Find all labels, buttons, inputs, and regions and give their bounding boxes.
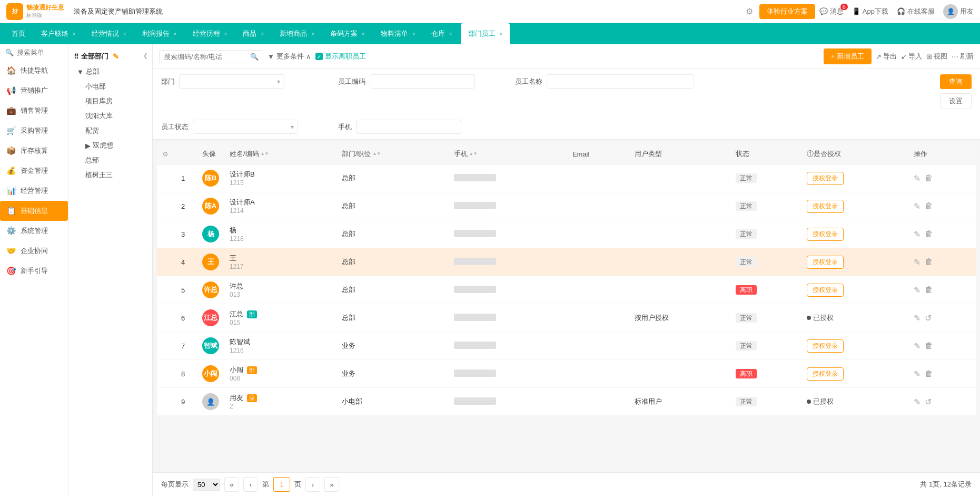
nav-item-material[interactable]: 物料清单 × (373, 23, 423, 44)
sidebar-item-collab[interactable]: 🤝 企业协同 (0, 241, 68, 261)
app-download-btn[interactable]: 📱 App下载 (852, 7, 888, 16)
dept-collapse-btn[interactable]: 《 (141, 52, 147, 61)
edit-btn-5[interactable]: ✎ (914, 285, 920, 295)
show-resigned-toggle[interactable]: ✓ 显示离职员工 (315, 52, 366, 61)
prev-page-btn[interactable]: ‹ (243, 477, 258, 492)
current-page-input[interactable] (273, 477, 290, 492)
col-settings-icon[interactable]: ⚙ (162, 150, 169, 158)
sidebar-item-sales[interactable]: 💼 销售管理 (0, 101, 68, 121)
edit-btn-3[interactable]: ✎ (914, 229, 920, 239)
view-btn[interactable]: ⊞ 视图 (926, 52, 947, 61)
last-page-btn[interactable]: » (324, 477, 339, 492)
auth-btn-8[interactable]: 授权登录 (807, 367, 844, 381)
nav-profit-close[interactable]: × (174, 31, 177, 37)
edit-btn-8[interactable]: ✎ (914, 369, 920, 379)
auth-btn-5[interactable]: 授权登录 (807, 284, 844, 297)
nav-item-goods[interactable]: 商品 × (235, 23, 271, 44)
nav-customer-close[interactable]: × (73, 31, 76, 37)
sidebar-item-basic[interactable]: 📋 基础信息 (0, 201, 68, 221)
edit-btn-7[interactable]: ✎ (914, 341, 920, 351)
sidebar-item-finance[interactable]: 💰 资金管理 (0, 161, 68, 181)
settings-icon[interactable]: ⚙ (746, 6, 753, 16)
emp-name-input[interactable] (547, 74, 694, 89)
dept-node-zhishu[interactable]: 植树王三 (81, 168, 152, 182)
nav-item-history[interactable]: 经营历程 × (185, 23, 235, 44)
dept-node-shenyang[interactable]: 沈阳大库 (81, 109, 152, 123)
th-name[interactable]: 姓名/编码 ▲▼ (224, 144, 336, 164)
query-btn[interactable]: 查询 (940, 74, 972, 89)
auth-btn-4[interactable]: 授权登录 (807, 256, 844, 269)
sidebar-item-guide[interactable]: 🎯 新手引导 (0, 261, 68, 281)
nav-item-new-goods[interactable]: 新增商品 × (272, 23, 322, 44)
online-service-btn[interactable]: 🎧 在线客服 (897, 7, 935, 16)
first-page-btn[interactable]: « (224, 477, 239, 492)
nav-dept-close[interactable]: × (500, 31, 503, 37)
status-select[interactable] (193, 120, 298, 134)
delete-btn-8[interactable]: 🗑 (925, 369, 933, 378)
sidebar-item-marketing[interactable]: 📢 营销推广 (0, 81, 68, 101)
th-name-sort[interactable]: 姓名/编码 ▲▼ (230, 149, 269, 159)
th-dept-sort[interactable]: 部门/职位 ▲▼ (342, 149, 381, 159)
dept-node-shuanghu[interactable]: ▶ 双虎想 (81, 138, 152, 153)
export-btn[interactable]: ↗ 导出 (876, 52, 897, 61)
nav-item-barcode[interactable]: 条码方案 × (323, 23, 372, 44)
dept-select[interactable] (179, 74, 284, 89)
nav-goods-close[interactable]: × (261, 31, 264, 37)
nav-barcode-close[interactable]: × (362, 31, 365, 37)
delete-btn-9[interactable]: ↺ (925, 397, 932, 407)
delete-btn-7[interactable]: 🗑 (925, 341, 933, 351)
trial-button[interactable]: 体验行业方案 (759, 4, 815, 19)
nav-history-close[interactable]: × (224, 31, 227, 37)
search-icon[interactable]: 🔍 (250, 53, 259, 61)
th-dept[interactable]: 部门/职位 ▲▼ (336, 144, 449, 164)
search-menu-input[interactable] (17, 48, 68, 56)
th-phone[interactable]: 手机 ▲▼ (449, 144, 567, 164)
search-input[interactable] (164, 53, 248, 61)
delete-btn-2[interactable]: 🗑 (925, 201, 933, 211)
phone-input[interactable] (356, 120, 461, 134)
nav-warehouse-close[interactable]: × (449, 31, 452, 37)
nav-operation-close[interactable]: × (123, 31, 126, 37)
add-employee-btn[interactable]: + 新增员工 (824, 48, 872, 64)
delete-btn-6[interactable]: ↺ (925, 313, 932, 323)
dept-node-headquarters[interactable]: ▼ 总部 (73, 64, 152, 79)
sidebar-item-purchase[interactable]: 🛒 采购管理 (0, 121, 68, 141)
dept-node-xiaodian[interactable]: 小电部 (81, 79, 152, 94)
auth-btn-1[interactable]: 授权登录 (807, 172, 844, 185)
delete-btn-3[interactable]: 🗑 (925, 229, 933, 239)
nav-item-operation[interactable]: 经营情况 × (84, 23, 134, 44)
nav-item-customer[interactable]: 客户联络 × (34, 23, 83, 44)
nav-item-dept[interactable]: 部门员工 × (461, 23, 510, 44)
nav-item-home[interactable]: 首页 (4, 23, 33, 44)
page-size-select[interactable]: 50 100 (193, 479, 220, 491)
more-btn[interactable]: ⋯ 刷新 (952, 52, 974, 61)
dept-node-peihu[interactable]: 配货 (81, 123, 152, 138)
delete-btn-1[interactable]: 🗑 (925, 173, 933, 183)
user-btn[interactable]: 👤 用友 (943, 4, 974, 19)
sidebar-item-nav[interactable]: 🏠 快捷导航 (0, 61, 68, 81)
th-phone-sort[interactable]: 手机 ▲▼ (454, 149, 478, 159)
resigned-checkbox[interactable]: ✓ (315, 53, 323, 60)
next-page-btn[interactable]: › (305, 477, 320, 492)
nav-item-profit[interactable]: 利润报告 × (135, 23, 184, 44)
search-menu-item[interactable]: 🔍 (0, 44, 68, 61)
dept-edit-icon[interactable]: ✎ (113, 52, 119, 61)
sidebar-item-system[interactable]: ⚙️ 系统管理 (0, 221, 68, 241)
set-btn[interactable]: 设置 (940, 93, 972, 109)
delete-btn-4[interactable]: 🗑 (925, 257, 933, 267)
import-btn[interactable]: ↙ 导入 (901, 52, 922, 61)
emp-code-input[interactable] (370, 74, 475, 89)
filter-more-btn[interactable]: ▼ 更多条件 ∧ (268, 52, 311, 61)
edit-btn-1[interactable]: ✎ (914, 173, 920, 183)
edit-btn-2[interactable]: ✎ (914, 201, 920, 211)
edit-btn-6[interactable]: ✎ (914, 313, 920, 323)
sidebar-item-operations[interactable]: 📊 经营管理 (0, 181, 68, 201)
auth-btn-7[interactable]: 授权登录 (807, 339, 844, 353)
auth-btn-3[interactable]: 授权登录 (807, 228, 844, 241)
edit-btn-9[interactable]: ✎ (914, 397, 920, 407)
dept-node-project[interactable]: 项目库房 (81, 94, 152, 109)
dept-node-zongbu[interactable]: 总部 (81, 153, 152, 168)
nav-item-warehouse[interactable]: 仓库 × (424, 23, 460, 44)
nav-new-goods-close[interactable]: × (311, 31, 314, 37)
nav-material-close[interactable]: × (412, 31, 415, 37)
